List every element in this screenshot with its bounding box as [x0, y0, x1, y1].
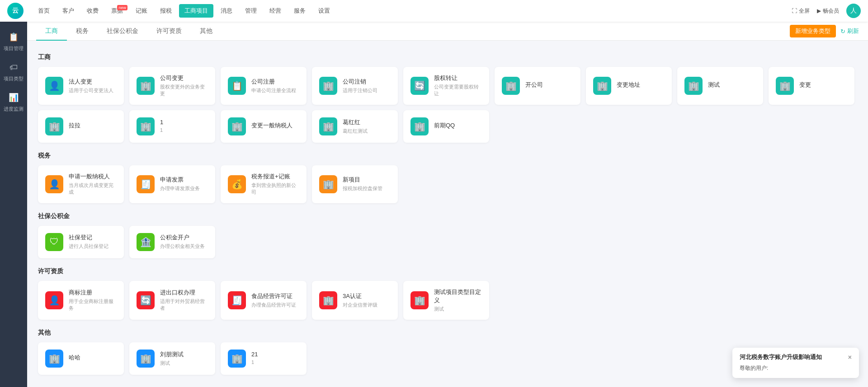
card-info-new-project: 新项目 报税加税控盘保管	[343, 176, 382, 192]
avatar[interactable]: 人	[846, 4, 861, 18]
card-title-ge-hong-hong: 葛红红	[343, 118, 368, 126]
card-new-project[interactable]: 🏢 新项目 报税加税控盘保管	[312, 165, 398, 203]
section-title-gongshang-section: 工商	[38, 53, 857, 61]
card-change-taxpayer[interactable]: 🏢 变更一般纳税人	[221, 110, 307, 143]
card-food-license[interactable]: 🧾 食品经营许可证 办理食品经营许可证	[221, 281, 307, 320]
tab-shuiwu[interactable]: 税务	[67, 22, 98, 41]
card-icon-change1: 🏢	[776, 77, 794, 95]
card-open-company[interactable]: 🏢 开公司	[495, 67, 580, 105]
card-social-insurance[interactable]: 🛡 社保登记 进行人员社保登记	[38, 226, 124, 258]
card-legal-change[interactable]: 👤 法人变更 适用于公司变更法人	[38, 67, 124, 105]
notification-close[interactable]: ×	[848, 354, 852, 361]
card-icon-twenty-one: 🏢	[228, 350, 246, 368]
card-one[interactable]: 🏢 1 1	[129, 110, 215, 143]
card-info-twenty-one: 21 1	[251, 351, 258, 366]
nav-item-customer[interactable]: 客户	[57, 4, 80, 18]
card-company-change[interactable]: 🏢 公司变更 股权变更外的业务变更	[129, 67, 215, 105]
card-trademark[interactable]: 👤 商标注册 用于企业商标注册服务	[38, 281, 124, 320]
card-test1[interactable]: 🏢 测试	[677, 67, 763, 105]
card-change1[interactable]: 🏢 变更	[769, 67, 854, 105]
cards-grid-xuke-section: 👤 商标注册 用于企业商标注册服务 🔄 进出口权办理 适用于对外贸易经营者 🧾 …	[38, 281, 857, 320]
refresh-button[interactable]: ↻ 刷新	[840, 27, 859, 35]
card-title-company-cancel: 公司注销	[343, 78, 377, 86]
cards-grid-shebao-section: 🛡 社保登记 进行人员社保登记 🏦 公积金开户 办理公积金相关业务	[38, 226, 857, 258]
card-info-change-taxpayer: 变更一般纳税人	[251, 121, 292, 131]
nav-item-account[interactable]: 记账	[130, 4, 153, 18]
card-icon-open-company: 🏢	[502, 77, 520, 95]
card-test-type[interactable]: 🏢 测试项目类型目定义 测试	[403, 281, 489, 320]
card-desc-fund-account: 办理公积金相关业务	[160, 243, 205, 250]
card-icon-apply-taxpayer: 👤	[45, 175, 63, 193]
card-icon-equity-transfer: 🔄	[410, 77, 429, 95]
card-ge-hong-hong[interactable]: 🏢 葛红红 葛红红测试	[312, 110, 398, 143]
card-info-pre-qq: 前期QQ	[434, 121, 455, 131]
card-info-apply-taxpayer: 申请一般纳税人 当月或次月成变更完成	[69, 173, 117, 196]
card-info-liupeng-test: 刘朋测试 测试	[160, 350, 184, 367]
card-haha[interactable]: 🏢 哈哈	[38, 342, 124, 375]
sidebar-item-progress-monitor[interactable]: 📊 进度监测	[0, 87, 27, 117]
card-fund-account[interactable]: 🏦 公积金开户 办理公积金相关业务	[129, 226, 215, 258]
tab-other[interactable]: 其他	[191, 22, 222, 41]
nav-item-business[interactable]: 工商项目	[179, 4, 213, 18]
nav-item-billing[interactable]: 收费	[81, 4, 104, 18]
card-desc-liupeng-test: 测试	[160, 360, 184, 367]
vip-btn[interactable]: ▶ 畅会员	[817, 7, 839, 15]
card-icon-test1: 🏢	[684, 77, 703, 95]
card-pre-qq[interactable]: 🏢 前期QQ	[403, 110, 489, 143]
card-info-change1: 变更	[799, 81, 811, 90]
tab-shebao[interactable]: 社保公积金	[98, 22, 147, 41]
card-desc-one: 1	[160, 127, 163, 134]
card-apply-invoice[interactable]: 🧾 申请发票 办理申请发票业务	[129, 165, 215, 203]
card-icon-company-change: 🏢	[137, 77, 155, 95]
card-title-test1: 测试	[708, 81, 720, 89]
card-company-register[interactable]: 📋 公司注册 申请公司注册全流程	[221, 67, 307, 105]
card-apply-taxpayer[interactable]: 👤 申请一般纳税人 当月或次月成变更完成	[38, 165, 124, 203]
section-title-shuiwu-section: 税务	[38, 152, 857, 160]
card-twenty-one[interactable]: 🏢 21 1	[221, 342, 307, 375]
tab-gongshang[interactable]: 工商	[36, 22, 67, 41]
main-content: 工商税务社保公积金许可资质其他 新增业务类型 ↻ 刷新 工商 👤 法人变更 适用…	[27, 22, 868, 387]
card-icon-apply-invoice: 🧾	[137, 175, 155, 193]
card-desc-company-register: 申请公司注册全流程	[251, 87, 296, 94]
sidebar-item-project-mgmt[interactable]: 📋 项目管理	[0, 26, 27, 56]
tab-xuke[interactable]: 许可资质	[147, 22, 191, 41]
nav-right: ⛶ 全屏 ▶ 畅会员 人	[792, 4, 861, 18]
sidebar-item-project-type[interactable]: 🏷 项目类型	[0, 56, 27, 87]
card-title-3a-cert: 3A认证	[343, 292, 377, 300]
card-import-export[interactable]: 🔄 进出口权办理 适用于对外贸易经营者	[129, 281, 215, 320]
card-company-cancel[interactable]: 🏢 公司注销 适用于注销公司	[312, 67, 398, 105]
card-info-social-insurance: 社保登记 进行人员社保登记	[69, 233, 108, 250]
card-title-pre-qq: 前期QQ	[434, 121, 455, 130]
section-title-other-section: 其他	[38, 329, 857, 337]
nav-item-home[interactable]: 首页	[33, 4, 55, 18]
card-equity-transfer[interactable]: 🔄 股权转让 公司变更需要股权转让	[403, 67, 489, 105]
card-title-food-license: 食品经营许可证	[251, 292, 296, 300]
card-3a-cert[interactable]: 🏢 3A认证 对企业信誉评级	[312, 281, 398, 320]
card-info-tax-report-account: 税务报道+记账 拿到营业执照的新公司	[251, 173, 299, 196]
card-tax-report-account[interactable]: 💰 税务报道+记账 拿到营业执照的新公司	[221, 165, 307, 203]
fullscreen-btn[interactable]: ⛶ 全屏	[792, 7, 810, 15]
card-info-equity-transfer: 股权转让 公司变更需要股权转让	[434, 74, 482, 98]
top-nav: 云 首页客户收费票据new记账报税工商项目消息管理经营服务设置 ⛶ 全屏 ▶ 畅…	[0, 0, 868, 22]
card-title-change-address: 变更地址	[617, 81, 640, 89]
card-lala[interactable]: 🏢 拉拉	[38, 110, 124, 143]
sidebar-label-project-mgmt: 项目管理	[4, 45, 24, 52]
new-type-button[interactable]: 新增业务类型	[790, 25, 836, 37]
nav-item-message[interactable]: 消息	[215, 4, 238, 18]
card-liupeng-test[interactable]: 🏢 刘朋测试 测试	[129, 342, 215, 375]
card-title-import-export: 进出口权办理	[160, 289, 208, 297]
section-title-shebao-section: 社保公积金	[38, 212, 857, 220]
nav-item-service[interactable]: 服务	[288, 4, 311, 18]
nav-item-tax[interactable]: 报税	[155, 4, 177, 18]
card-desc-import-export: 适用于对外贸易经营者	[160, 298, 208, 312]
card-desc-3a-cert: 对企业信誉评级	[343, 302, 377, 308]
card-change-address[interactable]: 🏢 变更地址	[586, 67, 672, 105]
nav-item-manage[interactable]: 管理	[240, 4, 262, 18]
section-title-xuke-section: 许可资质	[38, 267, 857, 275]
card-info-legal-change: 法人变更 适用于公司变更法人	[69, 78, 113, 94]
nav-item-invoice[interactable]: 票据new	[106, 4, 128, 18]
card-icon-3a-cert: 🏢	[319, 291, 337, 309]
nav-item-operation[interactable]: 经营	[264, 4, 287, 18]
card-title-new-project: 新项目	[343, 176, 382, 184]
nav-item-settings[interactable]: 设置	[313, 4, 335, 18]
